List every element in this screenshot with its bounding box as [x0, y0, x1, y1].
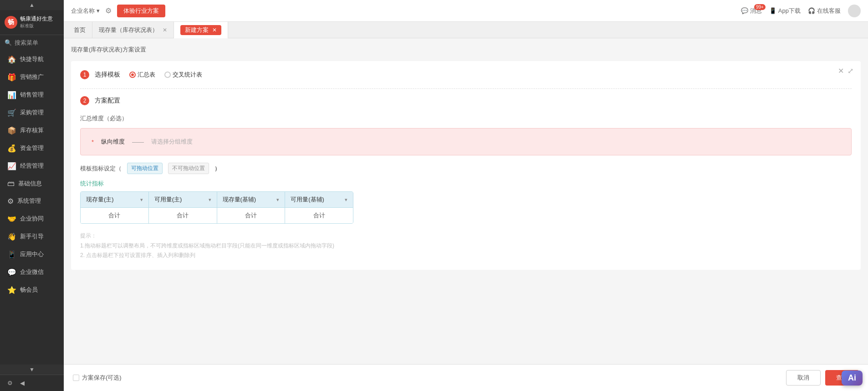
tab-inventory-status[interactable]: 现存量（库存状况表） ✕ — [92, 22, 174, 38]
cell-2: 合计 — [217, 208, 286, 223]
tab-new-plan[interactable]: 新建方案 ✕ — [174, 22, 228, 38]
money-icon: 💰 — [7, 144, 16, 153]
col-header-2[interactable]: 现存量(基辅) ▾ — [217, 192, 286, 207]
config-card: ✕ ⤢ 1 选择模板 汇总表 交叉统计表 — [71, 61, 861, 270]
phone2-icon: 📱 — [769, 7, 776, 14]
sidebar-item-newuser[interactable]: 👋 新手引导 — [0, 228, 64, 246]
cell-3: 合计 — [285, 208, 353, 223]
cell-1: 合计 — [149, 208, 217, 223]
top-bar-left: 企业名称 ▾ ⚙ 体验行业方案 — [71, 5, 165, 17]
vertical-dim-label: 纵向维度 — [101, 138, 125, 146]
app-download-btn[interactable]: 📱 App下载 — [769, 7, 801, 15]
database-icon: 🗃 — [7, 180, 15, 188]
scroll-down-btn[interactable]: ▼ — [0, 365, 64, 375]
close-new-plan-tab-icon[interactable]: ✕ — [212, 27, 217, 33]
sidebar-item-marketing[interactable]: 🎁 营销推广 — [0, 68, 64, 86]
step1-num: 1 — [80, 70, 89, 79]
radio-cross[interactable]: 交叉统计表 — [164, 71, 202, 79]
bottom-bar: 方案保存(可选) 取消 查询 — [64, 364, 868, 391]
cell-0: 合计 — [81, 208, 149, 223]
settings-icon[interactable]: ⚙ — [105, 6, 112, 15]
dimension-box[interactable]: * 纵向维度 —— 请选择分组维度 — [80, 128, 852, 155]
tab-home[interactable]: 首页 — [67, 22, 92, 38]
divider1 — [80, 88, 852, 89]
home-icon: 🏠 — [7, 55, 16, 64]
arrow: —— — [132, 139, 144, 145]
footer-collapse-icon[interactable]: ◀ — [20, 380, 25, 386]
sidebar: ▲ 畅 畅康通好生意 标准版 🔍 搜索菜单 🏠 快捷导航 🎁 营销推广 📊 销售… — [0, 0, 64, 391]
bottom-left: 方案保存(可选) — [73, 374, 122, 382]
handshake-icon: 🤝 — [7, 215, 16, 223]
sidebar-item-coop[interactable]: 🤝 企业协同 — [0, 210, 64, 228]
non-draggable-badge: 不可拖动位置 — [168, 163, 209, 174]
online-service-btn[interactable]: 🎧 在线客服 — [808, 7, 841, 15]
sidebar-item-quick-nav[interactable]: 🏠 快捷导航 — [0, 51, 64, 68]
tabs-bar: 首页 现存量（库存状况表） ✕ 新建方案 ✕ — [64, 22, 868, 38]
card-top-icons: ✕ ⤢ — [838, 67, 853, 75]
indicator-table-body: 合计 合计 合计 合计 — [81, 207, 353, 223]
indicator-settings-row: 模板指标设定（ 可拖动位置 不可拖动位置 ） — [80, 163, 852, 174]
star-icon: ⭐ — [7, 286, 16, 294]
save-checkbox[interactable]: 方案保存(可选) — [73, 374, 122, 382]
sidebar-item-member[interactable]: ⭐ 畅会员 — [0, 281, 64, 299]
step2-num: 2 — [80, 96, 89, 105]
trial-btn[interactable]: 体验行业方案 — [117, 5, 165, 17]
cancel-button[interactable]: 取消 — [786, 370, 821, 386]
phone-icon: 📱 — [7, 250, 16, 259]
checkbox-box[interactable] — [73, 375, 79, 381]
dim-placeholder: 请选择分组维度 — [151, 138, 193, 146]
logo-icon: 畅 — [5, 16, 17, 29]
main-area: 企业名称 ▾ ⚙ 体验行业方案 💬 消息 99+ 📱 App下载 🎧 在线客服 — [64, 0, 868, 391]
gift-icon: 🎁 — [7, 73, 16, 82]
chevron-icon-3: ▾ — [345, 197, 347, 203]
close-card-icon[interactable]: ✕ — [838, 67, 844, 75]
sidebar-item-wechat[interactable]: 💬 企业微信 — [0, 263, 64, 281]
radio-dot-summary — [129, 72, 136, 78]
sidebar-item-inventory[interactable]: 📦 库存核算 — [0, 122, 64, 139]
chevron-down-icon: ▾ — [97, 7, 100, 14]
sidebar-logo: 畅 畅康通好生意 标准版 — [0, 10, 64, 35]
dimension-section-title: 汇总维度（必选） — [80, 114, 852, 123]
headset-icon: 🎧 — [808, 7, 815, 14]
content-area: 现存量(库存状况表)方案设置 ✕ ⤢ 1 选择模板 汇总表 — [64, 38, 868, 364]
col-header-0[interactable]: 现存量(主) ▾ — [81, 192, 149, 207]
sidebar-item-business[interactable]: 📈 经营管理 — [0, 157, 64, 175]
scroll-up-btn[interactable]: ▲ — [0, 0, 64, 10]
chevron-icon-0: ▾ — [140, 197, 143, 203]
radio-dot-cross — [164, 72, 171, 78]
step1-row: 1 选择模板 汇总表 交叉统计表 — [80, 70, 852, 79]
sidebar-item-sales[interactable]: 📊 销售管理 — [0, 86, 64, 104]
required-mark: * — [92, 139, 94, 145]
sidebar-item-apps[interactable]: 📱 应用中心 — [0, 246, 64, 263]
page-title: 现存量(库存状况表)方案设置 — [71, 46, 861, 54]
wave-icon: 👋 — [7, 232, 16, 241]
indicator-table-header: 现存量(主) ▾ 可用量(主) ▾ 现存量(基辅) ▾ 可用量(基辅) — [81, 192, 353, 207]
draggable-badge: 可拖动位置 — [127, 163, 163, 174]
footer-settings-icon[interactable]: ⚙ — [7, 380, 13, 386]
box-icon: 📦 — [7, 126, 16, 135]
chart-icon: 📊 — [7, 91, 16, 99]
sidebar-item-basic[interactable]: 🗃 基础信息 — [0, 175, 64, 192]
indicator-table: 现存量(主) ▾ 可用量(主) ▾ 现存量(基辅) ▾ 可用量(基辅) — [80, 191, 353, 224]
sidebar-footer: ⚙ ◀ — [0, 375, 64, 391]
close-inventory-tab-icon[interactable]: ✕ — [163, 27, 167, 33]
user-avatar[interactable] — [848, 5, 861, 17]
sidebar-item-system[interactable]: ⚙ 系统管理 — [0, 192, 64, 210]
sidebar-item-purchase[interactable]: 🛒 采购管理 — [0, 104, 64, 122]
radio-summary[interactable]: 汇总表 — [129, 71, 155, 79]
step2-label: 方案配置 — [95, 97, 120, 105]
expand-card-icon[interactable]: ⤢ — [848, 67, 853, 75]
col-header-3[interactable]: 可用量(基辅) ▾ — [285, 192, 353, 207]
message-icon: 💬 — [741, 7, 748, 14]
messages-btn[interactable]: 💬 消息 99+ — [741, 7, 762, 15]
chat-icon: 💬 — [7, 268, 16, 277]
ai-badge[interactable]: Ai — [842, 370, 863, 386]
search-menu[interactable]: 🔍 搜索菜单 — [0, 35, 64, 51]
sidebar-item-finance[interactable]: 💰 资金管理 — [0, 139, 64, 157]
gear-icon: ⚙ — [7, 197, 14, 206]
indicator-settings-label: 模板指标设定（ — [80, 165, 122, 173]
sidebar-nav: 🏠 快捷导航 🎁 营销推广 📊 销售管理 🛒 采购管理 📦 库存核算 💰 资金管… — [0, 51, 64, 365]
company-selector[interactable]: 企业名称 ▾ — [71, 7, 100, 15]
top-bar: 企业名称 ▾ ⚙ 体验行业方案 💬 消息 99+ 📱 App下载 🎧 在线客服 — [64, 0, 868, 22]
col-header-1[interactable]: 可用量(主) ▾ — [149, 192, 217, 207]
